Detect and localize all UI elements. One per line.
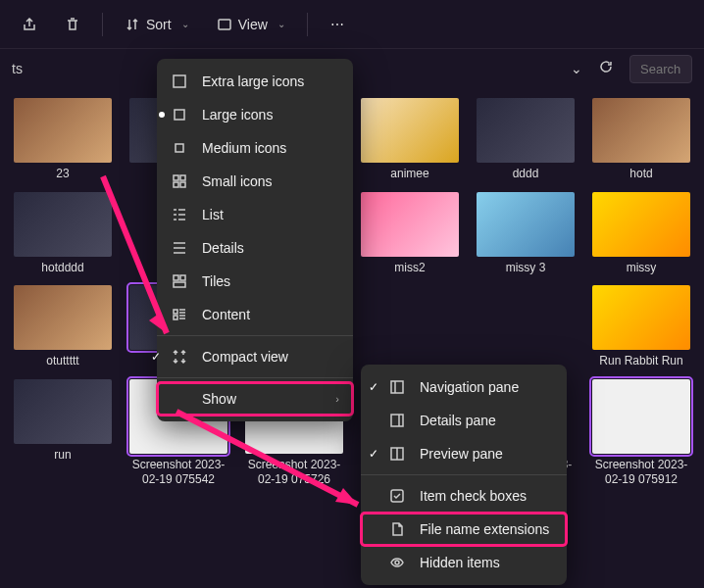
file-item[interactable]: miss2 [357, 192, 463, 276]
thumbnail [14, 98, 112, 163]
breadcrumb[interactable]: ts [12, 61, 23, 76]
view-button[interactable]: View ⌄ [207, 11, 295, 38]
svg-rect-3 [176, 144, 183, 152]
thumbnail [592, 98, 690, 163]
file-item[interactable]: Screenshot 2023-02-19 075912 [588, 379, 694, 488]
file-item[interactable]: hotd [588, 98, 694, 182]
content-icon [171, 306, 188, 323]
chevron-down-icon[interactable]: ⌄ [571, 61, 582, 76]
svg-rect-2 [175, 110, 184, 120]
file-label: otuttttt [46, 354, 78, 369]
file-item[interactable]: dddd [473, 98, 578, 182]
file-item[interactable]: animee [357, 98, 463, 182]
menu-label: Small icons [202, 173, 273, 189]
sort-label: Sort [146, 17, 172, 32]
divider [307, 13, 308, 36]
menu-label: Navigation pane [420, 379, 519, 395]
svg-rect-10 [174, 282, 185, 287]
extra-large-icon [171, 73, 188, 90]
menu-item-show[interactable]: Show› [157, 382, 353, 416]
eye-icon [388, 554, 406, 571]
menu-item-item-check-boxes[interactable]: Item check boxes [361, 479, 567, 513]
thumbnail [14, 192, 112, 257]
file-label: Run Rabbit Run [599, 354, 682, 369]
more-button[interactable]: ⋯ [320, 11, 355, 38]
menu-item-extra-large-icons[interactable]: Extra large icons [157, 65, 353, 98]
delete-button[interactable] [55, 11, 90, 38]
svg-rect-6 [174, 182, 178, 187]
chevron-down-icon: ⌄ [277, 19, 285, 29]
menu-item-hidden-items[interactable]: Hidden items [361, 546, 567, 579]
svg-point-17 [395, 561, 399, 564]
sort-button[interactable]: Sort ⌄ [115, 11, 199, 38]
menu-label: Details [202, 240, 244, 256]
menu-label: Medium icons [202, 140, 286, 156]
svg-rect-5 [180, 175, 185, 180]
file-label: run [54, 448, 71, 464]
file-item[interactable]: missy 3 [473, 192, 578, 276]
menu-item-preview-pane[interactable]: ✓Preview pane [361, 437, 567, 470]
menu-label: Large icons [202, 107, 273, 122]
thumbnail [477, 98, 575, 163]
menu-label: Tiles [202, 273, 230, 289]
details-icon [171, 239, 188, 257]
menu-label: Hidden items [420, 555, 500, 570]
menu-item-content[interactable]: Content [157, 298, 353, 331]
check-icon: ✓ [369, 380, 382, 394]
file-label: Screenshot 2023-02-19 075542 [126, 458, 231, 488]
menu-item-tiles[interactable]: Tiles [157, 265, 353, 298]
menu-item-navigation-pane[interactable]: ✓Navigation pane [361, 370, 567, 404]
file-item[interactable]: run [10, 379, 116, 488]
menu-item-compact-view[interactable]: ✓Compact view [157, 340, 353, 373]
menu-item-details-pane[interactable]: Details pane [361, 404, 567, 437]
svg-rect-8 [174, 275, 178, 280]
svg-rect-13 [391, 381, 403, 393]
search-input[interactable] [629, 55, 692, 83]
svg-rect-4 [174, 175, 178, 180]
menu-label: Extra large icons [202, 74, 304, 89]
thumbnail [477, 192, 575, 257]
menu-label: Compact view [202, 349, 288, 365]
menu-item-large-icons[interactable]: Large icons [157, 98, 353, 131]
file-item[interactable]: 23 [10, 98, 116, 182]
preview-pane-icon [388, 445, 406, 463]
thumbnail [592, 379, 690, 454]
menu-label: Content [202, 307, 250, 322]
checkbox-icon [388, 487, 406, 505]
menu-item-small-icons[interactable]: Small icons [157, 165, 353, 198]
compact-icon [171, 348, 188, 366]
view-label: View [238, 17, 268, 32]
svg-rect-14 [391, 415, 403, 426]
svg-rect-0 [219, 20, 230, 29]
file-label: missy [627, 261, 657, 276]
svg-rect-1 [174, 75, 185, 87]
large-icon [171, 106, 188, 123]
file-label: 23 [56, 167, 69, 182]
file-item[interactable]: missy [588, 192, 694, 276]
details-pane-icon [388, 412, 406, 429]
menu-item-list[interactable]: List [157, 198, 353, 231]
file-item[interactable]: hotdddd [10, 192, 116, 276]
check-icon: ✓ [369, 447, 382, 461]
file-label: dddd [513, 167, 539, 182]
file-label: missy 3 [506, 261, 546, 276]
file-item[interactable]: otuttttt [10, 285, 116, 369]
tiles-icon [171, 272, 188, 290]
thumbnail [592, 192, 690, 257]
toolbar: Sort ⌄ View ⌄ ⋯ [0, 0, 704, 49]
bullet-icon [159, 112, 165, 118]
refresh-icon[interactable] [598, 59, 614, 78]
thumbnail [14, 285, 112, 350]
file-item[interactable]: Run Rabbit Run [588, 285, 694, 369]
menu-label: Show [202, 391, 236, 407]
menu-label: Details pane [420, 413, 496, 428]
view-menu: Extra large icons Large icons Medium ico… [157, 59, 353, 421]
svg-rect-12 [174, 316, 177, 319]
small-icon [171, 172, 188, 190]
share-button[interactable] [12, 11, 47, 38]
svg-rect-9 [180, 275, 185, 280]
menu-item-medium-icons[interactable]: Medium icons [157, 131, 353, 165]
menu-item-details[interactable]: Details [157, 231, 353, 265]
sort-icon [125, 17, 140, 32]
menu-item-file-name-extensions[interactable]: File name extensions [361, 513, 567, 546]
